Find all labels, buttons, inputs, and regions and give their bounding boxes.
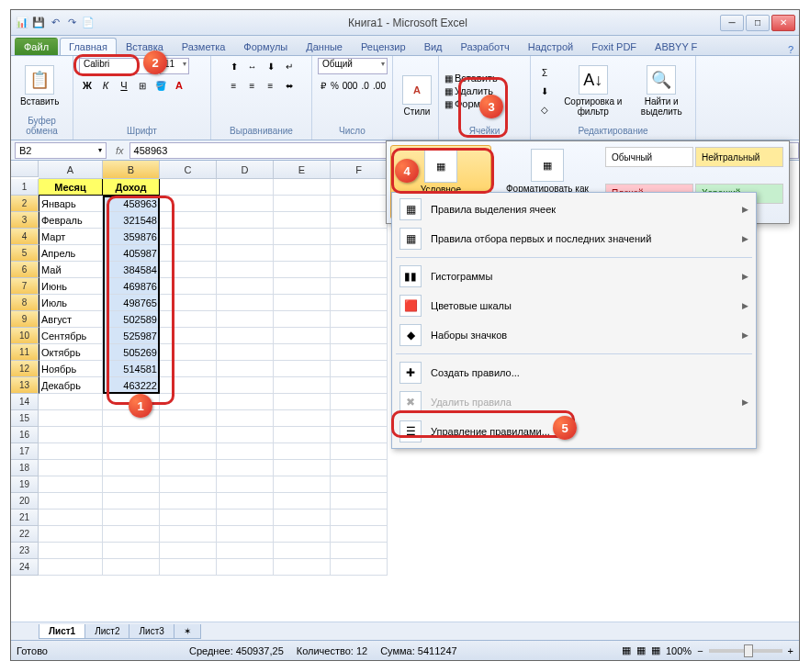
row-22[interactable]: 22 [11, 526, 39, 543]
cell-B9[interactable]: 502589 [103, 311, 160, 328]
view-normal-icon[interactable]: ▦ [622, 644, 631, 656]
cell-B11[interactable]: 505269 [103, 344, 160, 361]
row-23[interactable]: 23 [11, 543, 39, 559]
cell-B20[interactable] [103, 493, 160, 510]
cell-F6[interactable] [331, 262, 388, 278]
cell-A23[interactable] [39, 543, 103, 559]
cell-A16[interactable] [39, 427, 103, 443]
style-neutral[interactable]: Нейтральный [695, 147, 783, 167]
cell-D6[interactable] [217, 262, 274, 278]
cell-A11[interactable]: Октябрь [39, 344, 103, 361]
fill-icon[interactable]: ⬇ [536, 83, 553, 99]
cell-E13[interactable] [274, 377, 331, 394]
fx-icon[interactable]: fx [110, 145, 129, 156]
cell-C1[interactable] [160, 179, 217, 196]
row-17[interactable]: 17 [11, 443, 39, 460]
cell-E15[interactable] [274, 410, 331, 427]
cell-D2[interactable] [217, 196, 274, 212]
cell-F17[interactable] [331, 443, 388, 460]
row-11[interactable]: 11 [11, 344, 39, 361]
menu-highlight-rules[interactable]: ▦Правила выделения ячеек▶ [394, 195, 754, 224]
cell-E4[interactable] [274, 229, 331, 245]
row-8[interactable]: 8 [11, 295, 39, 311]
cell-B2[interactable]: 458963 [103, 196, 160, 212]
tab-addins[interactable]: Надстрой [519, 38, 582, 55]
number-format-select[interactable]: Общий [318, 58, 388, 74]
row-19[interactable]: 19 [11, 476, 39, 493]
cell-B10[interactable]: 525987 [103, 328, 160, 344]
cell-B14[interactable] [103, 394, 160, 410]
cell-B4[interactable]: 359876 [103, 229, 160, 245]
cell-F22[interactable] [331, 526, 388, 543]
cell-C2[interactable] [160, 196, 217, 212]
col-C[interactable]: C [160, 161, 217, 179]
cell-F12[interactable] [331, 361, 388, 377]
find-select-button[interactable]: 🔍 Найти и выделить [634, 63, 691, 118]
tab-dev[interactable]: Разработч [452, 38, 519, 55]
row-15[interactable]: 15 [11, 410, 39, 427]
align-middle-icon[interactable]: ↔ [244, 58, 261, 74]
tab-data[interactable]: Данные [297, 38, 352, 55]
cell-C17[interactable] [160, 443, 217, 460]
cell-D18[interactable] [217, 460, 274, 476]
cell-A2[interactable]: Январь [39, 196, 103, 212]
save-icon[interactable]: 💾 [31, 16, 46, 30]
cell-F19[interactable] [331, 476, 388, 493]
cell-D10[interactable] [217, 328, 274, 344]
cell-A5[interactable]: Апрель [39, 245, 103, 262]
cell-A18[interactable] [39, 460, 103, 476]
cell-D23[interactable] [217, 543, 274, 559]
cell-F23[interactable] [331, 543, 388, 559]
cell-E6[interactable] [274, 262, 331, 278]
row-2[interactable]: 2 [11, 196, 39, 212]
cell-C16[interactable] [160, 427, 217, 443]
cell-B3[interactable]: 321548 [103, 212, 160, 229]
cell-B5[interactable]: 405987 [103, 245, 160, 262]
tab-abbyy[interactable]: ABBYY F [646, 38, 706, 55]
cell-F24[interactable] [331, 559, 388, 576]
cell-D16[interactable] [217, 427, 274, 443]
align-right-icon[interactable]: ≡ [263, 77, 279, 94]
cell-D17[interactable] [217, 443, 274, 460]
zoom-in-button[interactable]: + [788, 645, 793, 656]
row-20[interactable]: 20 [11, 493, 39, 510]
zoom-out-button[interactable]: − [697, 645, 703, 656]
cell-A21[interactable] [39, 510, 103, 526]
cell-A9[interactable]: Август [39, 311, 103, 328]
cell-B13[interactable]: 463222 [103, 377, 160, 394]
cell-C19[interactable] [160, 476, 217, 493]
cell-D3[interactable] [217, 212, 274, 229]
insert-cells-button[interactable]: ▦ Вставить [444, 73, 498, 84]
cell-C4[interactable] [160, 229, 217, 245]
cell-C11[interactable] [160, 344, 217, 361]
cell-D15[interactable] [217, 410, 274, 427]
cell-C14[interactable] [160, 394, 217, 410]
cell-B17[interactable] [103, 443, 160, 460]
cell-D12[interactable] [217, 361, 274, 377]
cell-D8[interactable] [217, 295, 274, 311]
cell-B22[interactable] [103, 526, 160, 543]
row-10[interactable]: 10 [11, 328, 39, 344]
tab-review[interactable]: Рецензир [352, 38, 415, 55]
wrap-text-icon[interactable]: ↵ [281, 58, 298, 74]
comma-icon[interactable]: 000 [342, 77, 358, 94]
sort-filter-button[interactable]: A↓ Сортировка и фильтр [560, 63, 626, 118]
cell-C12[interactable] [160, 361, 217, 377]
align-top-icon[interactable]: ⬆ [226, 58, 242, 74]
align-center-icon[interactable]: ≡ [244, 77, 261, 94]
cell-C8[interactable] [160, 295, 217, 311]
row-18[interactable]: 18 [11, 460, 39, 476]
cell-E17[interactable] [274, 443, 331, 460]
cell-D5[interactable] [217, 245, 274, 262]
cell-C23[interactable] [160, 543, 217, 559]
row-3[interactable]: 3 [11, 212, 39, 229]
menu-icon-sets[interactable]: ◆Наборы значков▶ [394, 320, 754, 350]
col-A[interactable]: A [39, 161, 103, 179]
cell-F21[interactable] [331, 510, 388, 526]
delete-cells-button[interactable]: ▦ Удалить [444, 85, 498, 96]
cell-E12[interactable] [274, 361, 331, 377]
cell-F13[interactable] [331, 377, 388, 394]
autosum-icon[interactable]: Σ [536, 64, 553, 81]
menu-new-rule[interactable]: ✚Создать правило... [394, 358, 754, 387]
maximize-button[interactable]: □ [746, 15, 770, 31]
